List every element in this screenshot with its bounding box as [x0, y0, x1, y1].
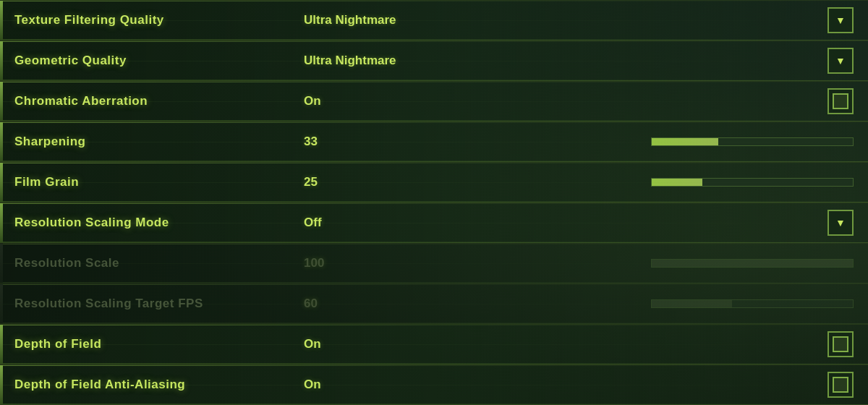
setting-control-resolution-scale [448, 256, 854, 270]
setting-value-film-grain: 25 [304, 175, 448, 189]
slider-fill-film-grain [652, 179, 702, 186]
setting-value-sharpening: 33 [304, 135, 448, 149]
setting-label-resolution-scale: Resolution Scale [14, 256, 304, 270]
setting-control-film-grain[interactable] [448, 175, 854, 189]
slider-track-film-grain [651, 178, 854, 187]
setting-control-resolution-scaling-target-fps [448, 297, 854, 311]
setting-label-depth-of-field-anti-aliasing: Depth of Field Anti-Aliasing [14, 378, 304, 392]
slider-track-resolution-scaling-target-fps [651, 299, 854, 308]
setting-label-chromatic-aberration: Chromatic Aberration [14, 94, 304, 108]
row-accent-bottom [3, 201, 868, 202]
setting-label-resolution-scaling-mode: Resolution Scaling Mode [14, 216, 304, 230]
setting-row-texture-filtering-quality[interactable]: Texture Filtering QualityUltra Nightmare… [0, 0, 868, 40]
checkbox-inner-depth-of-field-anti-aliasing [833, 377, 848, 393]
slider-fill-resolution-scaling-target-fps [652, 300, 732, 307]
checkbox-depth-of-field-anti-aliasing[interactable] [827, 372, 854, 398]
slider-resolution-scale [651, 256, 854, 270]
dropdown-arrow-geometric-quality[interactable]: ▼ [827, 48, 854, 74]
row-accent-top [3, 203, 868, 204]
setting-row-film-grain[interactable]: Film Grain25 [0, 162, 868, 202]
row-accent-top [3, 163, 868, 163]
row-accent-bottom [3, 363, 868, 364]
dropdown-arrow-resolution-scaling-mode[interactable]: ▼ [827, 210, 854, 236]
checkbox-inner-chromatic-aberration [833, 93, 848, 109]
setting-row-resolution-scale: Resolution Scale100 [0, 243, 868, 284]
setting-row-geometric-quality[interactable]: Geometric QualityUltra Nightmare▼ [0, 40, 868, 81]
row-accent-top [3, 284, 868, 285]
setting-value-depth-of-field: On [304, 337, 448, 351]
setting-value-resolution-scale: 100 [304, 256, 448, 270]
setting-row-depth-of-field[interactable]: Depth of FieldOn [0, 324, 868, 364]
row-accent-bottom [3, 282, 868, 283]
slider-resolution-scaling-target-fps [651, 297, 854, 311]
row-accent-bottom [3, 242, 868, 242]
setting-control-depth-of-field-anti-aliasing[interactable] [448, 372, 854, 398]
row-accent-top [3, 41, 868, 42]
setting-label-texture-filtering-quality: Texture Filtering Quality [14, 13, 304, 27]
dropdown-arrow-texture-filtering-quality[interactable]: ▼ [827, 7, 854, 33]
slider-sharpening[interactable] [651, 135, 854, 149]
slider-fill-sharpening [652, 138, 718, 145]
setting-control-sharpening[interactable] [448, 135, 854, 149]
row-accent-top [3, 82, 868, 82]
row-accent-top [3, 122, 868, 123]
setting-row-chromatic-aberration[interactable]: Chromatic AberrationOn [0, 81, 868, 122]
setting-label-film-grain: Film Grain [14, 175, 304, 189]
setting-value-texture-filtering-quality: Ultra Nightmare [304, 13, 448, 27]
setting-control-resolution-scaling-mode[interactable]: ▼ [448, 210, 854, 236]
setting-row-depth-of-field-anti-aliasing[interactable]: Depth of Field Anti-AliasingOn [0, 364, 868, 405]
row-accent-bottom [3, 161, 868, 161]
slider-track-sharpening [651, 137, 854, 146]
row-accent-top [3, 1, 868, 1]
setting-row-sharpening[interactable]: Sharpening33 [0, 122, 868, 162]
checkbox-inner-depth-of-field [833, 336, 848, 352]
checkbox-depth-of-field[interactable] [827, 331, 854, 357]
setting-label-sharpening: Sharpening [14, 135, 304, 149]
row-accent-bottom [3, 39, 868, 40]
setting-row-resolution-scaling-mode[interactable]: Resolution Scaling ModeOff▼ [0, 202, 868, 243]
slider-track-resolution-scale [651, 259, 854, 268]
setting-control-chromatic-aberration[interactable] [448, 88, 854, 114]
setting-label-depth-of-field: Depth of Field [14, 337, 304, 351]
setting-value-resolution-scaling-mode: Off [304, 216, 448, 230]
setting-control-depth-of-field[interactable] [448, 331, 854, 357]
settings-container: Texture Filtering QualityUltra Nightmare… [0, 0, 868, 405]
slider-fill-resolution-scale [652, 260, 853, 267]
row-accent-bottom [3, 80, 868, 80]
row-accent-top [3, 365, 868, 366]
slider-film-grain[interactable] [651, 175, 854, 189]
setting-label-geometric-quality: Geometric Quality [14, 54, 304, 68]
row-accent-bottom [3, 323, 868, 323]
setting-value-chromatic-aberration: On [304, 94, 448, 108]
setting-value-resolution-scaling-target-fps: 60 [304, 297, 448, 311]
row-accent-bottom [3, 404, 868, 404]
setting-control-geometric-quality[interactable]: ▼ [448, 48, 854, 74]
row-accent-bottom [3, 120, 868, 121]
row-accent-top [3, 325, 868, 325]
checkbox-chromatic-aberration[interactable] [827, 88, 854, 114]
setting-label-resolution-scaling-target-fps: Resolution Scaling Target FPS [14, 297, 304, 311]
setting-control-texture-filtering-quality[interactable]: ▼ [448, 7, 854, 33]
setting-row-resolution-scaling-target-fps: Resolution Scaling Target FPS60 [0, 284, 868, 324]
setting-value-depth-of-field-anti-aliasing: On [304, 378, 448, 392]
setting-value-geometric-quality: Ultra Nightmare [304, 54, 448, 68]
row-accent-top [3, 244, 868, 244]
